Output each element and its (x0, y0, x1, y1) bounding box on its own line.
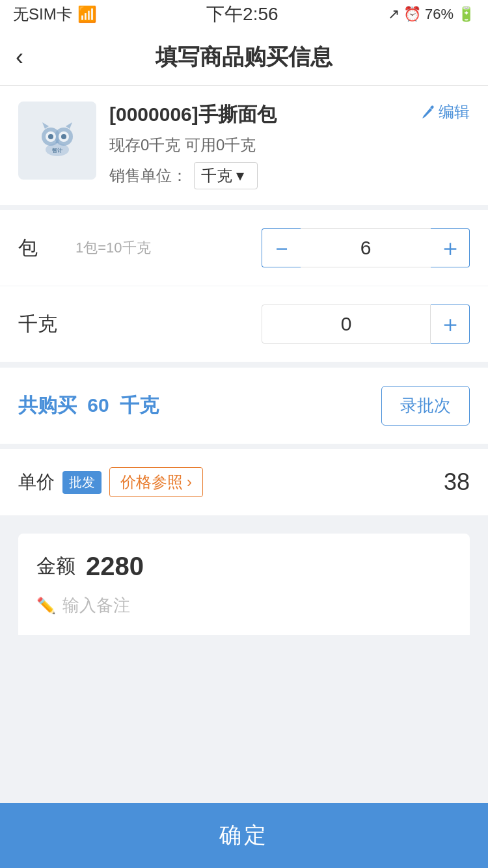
bag-label: 包 (18, 235, 70, 262)
price-label-text: 单价 (18, 470, 55, 495)
kg-input-row: 千克 ＋ (0, 286, 488, 362)
input-section: 包 1包=10千克 － ＋ 千克 ＋ (0, 210, 488, 362)
product-stock: 现存0千克 可用0千克 (109, 135, 470, 156)
batch-button[interactable]: 录批次 (381, 386, 470, 426)
price-badge: 批发 (62, 471, 102, 494)
price-ref-chevron: › (187, 473, 192, 491)
price-label-group: 单价 批发 价格参照 › (18, 467, 203, 497)
kg-qty-control: ＋ (262, 305, 470, 344)
edit-button[interactable]: 编辑 (422, 102, 470, 122)
nav-bar: ‹ 填写商品购买信息 (0, 29, 488, 86)
bag-minus-button[interactable]: － (262, 228, 301, 267)
unit-dropdown-icon: ▾ (236, 167, 244, 185)
price-value: 38 (444, 468, 470, 496)
svg-point-5 (61, 134, 66, 139)
total-row: 共购买 60 千克 录批次 (0, 362, 488, 444)
amount-row: 金额 2280 (36, 552, 452, 581)
total-unit: 千克 (120, 394, 159, 416)
unit-select[interactable]: 千克 ▾ (194, 162, 258, 189)
alarm-icon: ⏰ (403, 6, 421, 23)
bag-plus-button[interactable]: ＋ (431, 228, 470, 267)
battery-label: 76% (425, 6, 454, 23)
price-ref-label: 价格参照 (120, 472, 183, 493)
edit-icon (422, 105, 436, 119)
kg-qty-input[interactable] (262, 305, 431, 344)
bag-input-row: 包 1包=10千克 － ＋ (0, 210, 488, 286)
unit-label: 销售单位： (109, 165, 187, 186)
product-header-row: [0000006]手撕面包 编辑 (109, 102, 470, 135)
product-thumbnail: 智计 (18, 102, 96, 180)
status-right: ↗ ⏰ 76% 🔋 (388, 6, 475, 23)
svg-point-4 (48, 134, 53, 139)
status-left: 无SIM卡 📶 (13, 4, 97, 25)
svg-marker-7 (42, 122, 49, 129)
carrier-label: 无SIM卡 (13, 4, 72, 25)
page-title: 填写商品购买信息 (156, 42, 332, 72)
svg-text:智计: 智计 (51, 148, 63, 154)
back-button[interactable]: ‹ (16, 44, 23, 71)
product-unit-row: 销售单位： 千克 ▾ (109, 162, 470, 189)
note-row[interactable]: ✏️ 输入备注 (36, 594, 452, 617)
status-time: 下午2:56 (206, 2, 278, 27)
confirm-button[interactable]: 确定 (0, 803, 488, 868)
bag-hint: 1包=10千克 (75, 238, 262, 258)
battery-icon: 🔋 (457, 6, 475, 23)
empty-space (0, 635, 488, 830)
total-text: 共购买 60 千克 (18, 392, 159, 419)
amount-card: 金额 2280 ✏️ 输入备注 (18, 534, 470, 635)
amount-section: 金额 2280 ✏️ 输入备注 (0, 515, 488, 635)
total-amount: 60 (87, 394, 109, 416)
note-placeholder: 输入备注 (62, 594, 130, 617)
kg-label: 千克 (18, 311, 70, 338)
svg-marker-8 (66, 122, 72, 129)
product-logo: 智计 (34, 118, 80, 163)
amount-label: 金额 (36, 553, 75, 580)
wifi-icon: 📶 (77, 5, 97, 23)
total-prefix: 共购买 (18, 394, 77, 416)
kg-plus-button[interactable]: ＋ (431, 305, 470, 344)
product-info: [0000006]手撕面包 编辑 现存0千克 可用0千克 销售单位： 千克 ▾ (109, 102, 470, 189)
bag-qty-control: － ＋ (262, 228, 470, 267)
price-ref-button[interactable]: 价格参照 › (109, 467, 203, 497)
price-section: 单价 批发 价格参照 › 38 (0, 444, 488, 515)
product-card: 智计 [0000006]手撕面包 编辑 现存0千克 可用0千克 销售单位： 千克… (0, 86, 488, 210)
bag-qty-input[interactable] (301, 228, 431, 267)
edit-label: 编辑 (439, 102, 470, 122)
status-bar: 无SIM卡 📶 下午2:56 ↗ ⏰ 76% 🔋 (0, 0, 488, 29)
amount-value: 2280 (86, 552, 144, 581)
location-icon: ↗ (388, 6, 400, 23)
pencil-icon: ✏️ (36, 597, 56, 615)
product-name: [0000006]手撕面包 (109, 102, 277, 128)
unit-value: 千克 (201, 165, 232, 186)
